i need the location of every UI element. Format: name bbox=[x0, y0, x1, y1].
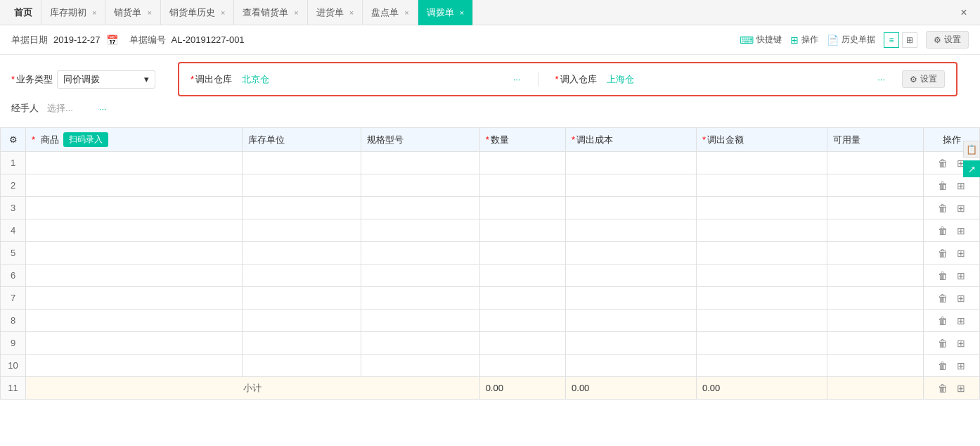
window-close-button[interactable]: × bbox=[953, 2, 974, 23]
delete-row-icon[interactable]: 🗑 bbox=[936, 156, 950, 170]
cell-amount[interactable] bbox=[697, 332, 827, 355]
cell-amount[interactable] bbox=[697, 152, 827, 174]
copy-row-icon[interactable]: ⊞ bbox=[954, 201, 968, 215]
cell-available[interactable] bbox=[827, 174, 924, 197]
layout-grid-icon[interactable]: ⊞ bbox=[902, 32, 917, 48]
tab-purchase-close[interactable]: × bbox=[349, 8, 354, 17]
copy-row-icon[interactable]: ⊞ bbox=[954, 359, 968, 373]
business-type-select[interactable]: 同价调拨 ▾ bbox=[57, 70, 155, 89]
cell-amount[interactable] bbox=[697, 287, 827, 310]
cell-available[interactable] bbox=[827, 355, 924, 377]
cell-quantity[interactable] bbox=[479, 310, 565, 332]
delete-row-icon[interactable]: 🗑 bbox=[936, 246, 950, 260]
cell-product[interactable] bbox=[26, 152, 243, 174]
cell-unit[interactable] bbox=[243, 355, 361, 377]
warehouse-settings-button[interactable]: ⚙ 设置 bbox=[902, 70, 945, 88]
cell-quantity[interactable] bbox=[479, 355, 565, 377]
cell-product[interactable] bbox=[26, 242, 243, 265]
cell-spec[interactable] bbox=[361, 310, 479, 332]
cell-product[interactable] bbox=[26, 310, 243, 332]
tab-home[interactable]: 首页 bbox=[6, 0, 41, 25]
tab-view-sale[interactable]: 查看销货单 × bbox=[234, 0, 307, 25]
cell-spec[interactable] bbox=[361, 265, 479, 287]
cell-available[interactable] bbox=[827, 287, 924, 310]
tab-sale-history-close[interactable]: × bbox=[221, 8, 225, 17]
cell-product[interactable] bbox=[26, 265, 243, 287]
cell-spec[interactable] bbox=[361, 174, 479, 197]
tab-sale-order[interactable]: 销货单 × bbox=[105, 0, 160, 25]
cell-available[interactable] bbox=[827, 219, 924, 242]
copy-icon[interactable]: ⊞ bbox=[954, 381, 968, 395]
cell-amount[interactable] bbox=[697, 174, 827, 197]
cell-cost[interactable] bbox=[566, 174, 697, 197]
copy-row-icon[interactable]: ⊞ bbox=[954, 179, 968, 193]
cell-available[interactable] bbox=[827, 242, 924, 265]
cell-cost[interactable] bbox=[566, 287, 697, 310]
tab-stock-init-close[interactable]: × bbox=[92, 8, 96, 17]
shortcut-btn[interactable]: ⌨ 快捷键 bbox=[740, 34, 782, 46]
cell-unit[interactable] bbox=[243, 219, 361, 242]
tab-sale-history[interactable]: 销货单历史 × bbox=[161, 0, 234, 25]
cell-spec[interactable] bbox=[361, 219, 479, 242]
tab-transfer[interactable]: 调拨单 × bbox=[418, 0, 473, 25]
warehouse-in-more-btn[interactable]: ··· bbox=[877, 74, 885, 84]
layout-list-icon[interactable]: ≡ bbox=[884, 32, 899, 48]
cell-unit[interactable] bbox=[243, 310, 361, 332]
tab-stock-init[interactable]: 库存期初 × bbox=[41, 0, 105, 25]
warehouse-out-more-btn[interactable]: ··· bbox=[513, 74, 521, 84]
cell-quantity[interactable] bbox=[479, 174, 565, 197]
copy-row-icon[interactable]: ⊞ bbox=[954, 246, 968, 260]
cell-unit[interactable] bbox=[243, 152, 361, 174]
cell-unit[interactable] bbox=[243, 265, 361, 287]
cell-available[interactable] bbox=[827, 197, 924, 219]
cell-cost[interactable] bbox=[566, 310, 697, 332]
cell-amount[interactable] bbox=[697, 265, 827, 287]
cell-product[interactable] bbox=[26, 197, 243, 219]
cell-unit[interactable] bbox=[243, 197, 361, 219]
cell-unit[interactable] bbox=[243, 287, 361, 310]
cell-amount[interactable] bbox=[697, 310, 827, 332]
copy-row-icon[interactable]: ⊞ bbox=[954, 314, 968, 328]
tab-view-sale-close[interactable]: × bbox=[294, 8, 298, 17]
delete-row-icon[interactable]: 🗑 bbox=[936, 336, 950, 350]
delete-icon[interactable]: 🗑 bbox=[936, 381, 950, 395]
cell-unit[interactable] bbox=[243, 242, 361, 265]
cell-spec[interactable] bbox=[361, 287, 479, 310]
delete-row-icon[interactable]: 🗑 bbox=[936, 291, 950, 305]
cell-available[interactable] bbox=[827, 332, 924, 355]
cell-amount[interactable] bbox=[697, 197, 827, 219]
tab-sale-order-close[interactable]: × bbox=[147, 8, 151, 17]
handler-more-btn[interactable]: ··· bbox=[99, 103, 107, 114]
cell-cost[interactable] bbox=[566, 197, 697, 219]
cell-product[interactable] bbox=[26, 219, 243, 242]
tab-transfer-close[interactable]: × bbox=[460, 8, 464, 17]
cell-amount[interactable] bbox=[697, 219, 827, 242]
history-btn[interactable]: 📄 历史单据 bbox=[827, 34, 875, 46]
col-gear[interactable]: ⚙ bbox=[1, 128, 26, 152]
cell-unit[interactable] bbox=[243, 174, 361, 197]
cell-quantity[interactable] bbox=[479, 242, 565, 265]
tab-inventory-close[interactable]: × bbox=[404, 8, 408, 17]
tab-inventory[interactable]: 盘点单 × bbox=[363, 0, 418, 25]
settings-button[interactable]: ⚙ 设置 bbox=[926, 31, 969, 49]
cell-quantity[interactable] bbox=[479, 152, 565, 174]
calendar-icon[interactable]: 📅 bbox=[106, 34, 118, 46]
cell-available[interactable] bbox=[827, 310, 924, 332]
cell-available[interactable] bbox=[827, 152, 924, 174]
cell-cost[interactable] bbox=[566, 152, 697, 174]
cell-product[interactable] bbox=[26, 355, 243, 377]
cell-available[interactable] bbox=[827, 265, 924, 287]
copy-row-icon[interactable]: ⊞ bbox=[954, 224, 968, 238]
cell-cost[interactable] bbox=[566, 355, 697, 377]
cell-unit[interactable] bbox=[243, 332, 361, 355]
cell-spec[interactable] bbox=[361, 242, 479, 265]
delete-row-icon[interactable]: 🗑 bbox=[936, 224, 950, 238]
sidebar-export-icon-btn[interactable]: ↗ bbox=[963, 160, 980, 177]
copy-row-icon[interactable]: ⊞ bbox=[954, 291, 968, 305]
copy-row-icon[interactable]: ⊞ bbox=[954, 269, 968, 283]
cell-spec[interactable] bbox=[361, 197, 479, 219]
cell-cost[interactable] bbox=[566, 332, 697, 355]
cell-amount[interactable] bbox=[697, 355, 827, 377]
cell-quantity[interactable] bbox=[479, 265, 565, 287]
cell-spec[interactable] bbox=[361, 332, 479, 355]
